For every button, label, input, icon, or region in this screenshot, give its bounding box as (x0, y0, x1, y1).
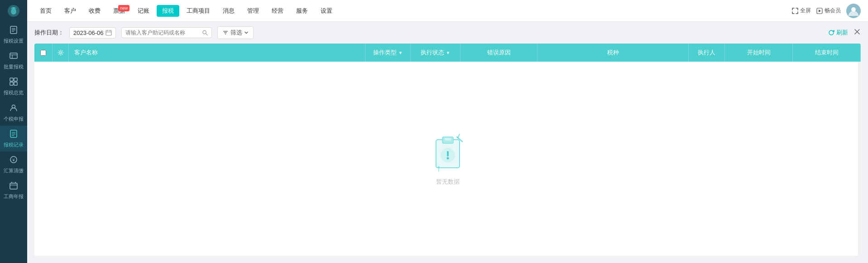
member-label: 畅会员 (825, 7, 841, 15)
tax-record-icon (9, 129, 18, 141)
sidebar-item-annual-report[interactable]: 工商年报 (0, 177, 27, 203)
sidebar-item-label-tax-settings: 报税设置 (4, 38, 24, 44)
nav-item-message[interactable]: 消息 (217, 5, 240, 17)
refresh-label: 刷新 (836, 29, 848, 37)
member-button[interactable]: 畅会员 (816, 7, 841, 15)
sidebar-item-label-settlement: 汇算清缴 (4, 168, 24, 174)
user-avatar[interactable] (846, 4, 861, 18)
status-sort-icon: ▼ (446, 50, 451, 55)
date-label: 操作日期： (34, 29, 64, 37)
column-settings-icon (58, 49, 64, 56)
svg-rect-10 (10, 82, 13, 85)
calendar-icon (106, 29, 112, 36)
search-box[interactable] (121, 27, 212, 38)
svg-rect-5 (10, 53, 17, 58)
sidebar-item-personal-tax[interactable]: 个税申报 (0, 100, 27, 126)
nav-item-invoice[interactable]: 票据 new (108, 5, 130, 17)
svg-rect-9 (14, 78, 17, 81)
svg-text:¥: ¥ (12, 158, 15, 162)
search-icon (202, 29, 208, 36)
close-button[interactable] (854, 28, 861, 37)
optype-sort-icon: ▼ (398, 50, 403, 55)
filter-button[interactable]: 筛选 (217, 26, 254, 39)
th-status[interactable]: 执行状态 ▼ (411, 44, 460, 62)
sidebar-item-settlement[interactable]: ¥ 汇算清缴 (0, 151, 27, 177)
svg-rect-43 (445, 138, 451, 141)
sidebar-item-label-personal-tax: 个税申报 (4, 116, 24, 122)
nav-item-bizproject[interactable]: 工商项目 (181, 5, 216, 17)
empty-state: 暂无数据 (412, 113, 484, 204)
top-navigation: 首页 客户 收费 票据 new 记账 报税 工商项目 消息 管理 经营 服务 设… (27, 0, 868, 22)
sidebar-item-label-batch-tax: 批量报税 (4, 64, 24, 70)
fullscreen-button[interactable]: 全屏 (792, 7, 811, 15)
svg-point-48 (438, 166, 440, 168)
svg-line-40 (458, 134, 460, 138)
nav-item-settings[interactable]: 设置 (315, 5, 338, 17)
svg-line-32 (206, 34, 207, 35)
tax-settings-icon (9, 25, 18, 37)
sidebar-item-label-tax-overview: 报税总览 (4, 90, 24, 96)
sidebar: 报税设置 批量报税 报税总览 (0, 0, 27, 263)
nav-item-client[interactable]: 客户 (59, 5, 82, 17)
nav-item-billing[interactable]: 收费 (83, 5, 106, 17)
sidebar-item-tax-record[interactable]: 报税记录 (0, 126, 27, 151)
tax-overview-icon (9, 77, 18, 88)
th-taxtype: 税种 (537, 44, 689, 62)
sidebar-item-tax-overview[interactable]: 报税总览 (0, 73, 27, 99)
nav-item-manage[interactable]: 管理 (242, 5, 264, 17)
sidebar-item-label-annual-report: 工商年报 (4, 194, 24, 200)
svg-rect-11 (14, 82, 17, 85)
filter-label: 筛选 (230, 29, 242, 37)
app-logo[interactable] (0, 0, 27, 22)
nav-item-economy[interactable]: 经营 (266, 5, 289, 17)
svg-rect-8 (10, 78, 13, 81)
th-endtime: 结束时间 (793, 44, 861, 62)
th-client: 客户名称 (69, 44, 365, 62)
svg-point-38 (60, 52, 62, 54)
th-settings[interactable] (53, 44, 69, 62)
sidebar-item-batch-tax[interactable]: 批量报税 (0, 48, 27, 73)
scrollbar[interactable] (858, 62, 861, 256)
empty-text: 暂无数据 (436, 178, 460, 186)
nav-item-service[interactable]: 服务 (291, 5, 313, 17)
refresh-icon (828, 29, 834, 36)
filter-icon (222, 29, 229, 36)
refresh-button[interactable]: 刷新 (828, 29, 848, 37)
th-checkbox[interactable] (34, 44, 53, 62)
th-starttime: 开始时间 (725, 44, 793, 62)
fullscreen-icon (792, 8, 798, 14)
close-icon (854, 28, 861, 35)
sidebar-item-tax-settings[interactable]: 报税设置 (0, 22, 27, 48)
date-value: 2023-06-06 (73, 29, 104, 36)
fullscreen-label: 全屏 (800, 7, 811, 15)
svg-rect-27 (106, 30, 111, 35)
empty-illustration (430, 132, 466, 172)
personal-tax-icon (9, 103, 18, 115)
nav-item-home[interactable]: 首页 (34, 5, 57, 17)
svg-rect-45 (447, 151, 449, 156)
nav-item-tax[interactable]: 报税 (157, 5, 179, 17)
th-executor: 执行人 (689, 44, 725, 62)
toolbar-right: 刷新 (828, 28, 861, 37)
toolbar: 操作日期： 2023-06-06 (27, 22, 868, 44)
settlement-icon: ¥ (9, 155, 18, 166)
svg-point-46 (446, 157, 449, 160)
search-input[interactable] (125, 29, 202, 36)
annual-report-icon (9, 181, 18, 192)
sidebar-item-label-tax-record: 报税记录 (4, 142, 24, 148)
nav-item-account[interactable]: 记账 (132, 5, 155, 17)
svg-marker-24 (819, 10, 821, 12)
topnav-right: 全屏 畅会员 (792, 4, 861, 18)
table-header: 客户名称 操作类型 ▼ 执行状态 ▼ 错误原因 税种 执行人 (34, 44, 861, 62)
svg-rect-19 (10, 183, 17, 189)
invoice-badge: new (118, 5, 129, 11)
date-picker[interactable]: 2023-06-06 (69, 27, 116, 39)
chevron-down-icon (244, 30, 249, 35)
content-area: 操作日期： 2023-06-06 (27, 22, 868, 263)
main-area: 首页 客户 收费 票据 new 记账 报税 工商项目 消息 管理 经营 服务 设… (27, 0, 868, 263)
table-body: 暂无数据 (34, 62, 861, 256)
play-icon (816, 8, 823, 14)
th-optype[interactable]: 操作类型 ▼ (365, 44, 411, 62)
select-all-checkbox[interactable] (40, 50, 46, 56)
table-container: 客户名称 操作类型 ▼ 执行状态 ▼ 错误原因 税种 执行人 (34, 44, 861, 256)
